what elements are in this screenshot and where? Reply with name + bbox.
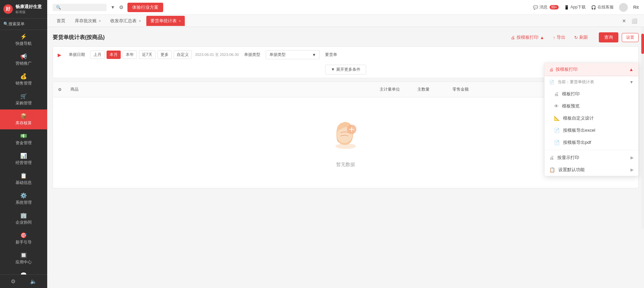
tab-close-receivables[interactable]: × [139, 19, 141, 23]
sidebar: 好 畅康通好生意 标准版 🔍 搜索菜单 ⚡ 快捷导航 📢 营销推广 💰 销售管理… [0, 0, 47, 288]
wechat-icon: 💬 [20, 272, 27, 275]
order-type-select[interactable]: 单据类型 ▼ [266, 50, 320, 59]
logo-icon: 好 [3, 4, 13, 14]
display-print-icon: 🖨 [549, 155, 554, 160]
sidebar-item-apps[interactable]: 🔲 应用中心 [0, 249, 47, 268]
tab-home[interactable]: 首页 [53, 16, 69, 26]
template-design-label: 模板自定义设计 [563, 115, 594, 121]
settings-button[interactable]: 设置 [622, 33, 639, 42]
sidebar-item-system[interactable]: ⚙️ 系统管理 [0, 189, 47, 209]
date-btn-this-month[interactable]: 本月 [107, 51, 121, 59]
date-btn-last-month[interactable]: 上月 [90, 51, 105, 59]
topbar-search[interactable]: 🔍 [53, 4, 107, 11]
date-btn-this-year[interactable]: 本年 [123, 51, 137, 59]
print-dropdown-menu: 🖨 按模板打印 ▲ 📄 当前：要货单统计表 ▼ 🖨 模板打印 👁 模板预览 [544, 63, 639, 176]
default-fn-label: 设置默认功能 [558, 167, 585, 173]
order-group-label: 要货单 [325, 52, 337, 58]
template-print-label: 模板打印 [562, 91, 580, 97]
sidebar-item-label: 营销推广 [16, 61, 32, 66]
phone-icon: 📱 [564, 5, 569, 10]
sidebar-search[interactable]: 🔍 搜索菜单 [0, 19, 47, 30]
messages-button[interactable]: 💬 消息 99+ [533, 4, 559, 10]
logo-text: 畅康通好生意 标准版 [16, 4, 42, 14]
sidebar-item-label: 基础信息 [16, 180, 32, 186]
settings-icon[interactable]: ⚙ [11, 278, 16, 285]
template-preview-icon: 👁 [554, 103, 559, 109]
tabs-right-controls: ✕ ⬜ [621, 17, 639, 25]
expand-more-button[interactable]: ▼ 展开更多条件 [325, 65, 366, 74]
sidebar-item-label: 系统管理 [16, 200, 32, 205]
printer-header-icon: 🖨 [549, 67, 554, 72]
topbar-dropdown-icon[interactable]: ▼ [111, 5, 115, 10]
refresh-button[interactable]: ↻ 刷新 [572, 33, 591, 42]
printer-icon: 🖨 [511, 35, 515, 40]
dropdown-sub-section: 🖨 按显示打印 ▶ 📋 设置默认功能 ▶ [545, 150, 638, 176]
tab-inventory-batch[interactable]: 库存批次账 × [71, 16, 105, 26]
sidebar-item-purchase[interactable]: 🛒 采购管理 [0, 90, 47, 109]
filter-expand-icon[interactable]: ▶ [58, 52, 61, 58]
date-btn-7days[interactable]: 近7天 [139, 51, 155, 59]
app-download-button[interactable]: 📱 App下载 [564, 4, 586, 10]
topbar-gear-icon[interactable]: ⚙ [119, 4, 123, 10]
tab-receivables[interactable]: 收发存汇总表 × [106, 16, 145, 26]
search-label: 搜索菜单 [8, 21, 25, 27]
date-filter-label: 单据日期 [69, 52, 85, 58]
export-icon: ↑ [553, 35, 555, 40]
template-design-item[interactable]: 📐 模板自定义设计 [545, 112, 638, 124]
sidebar-item-quick-nav[interactable]: ⚡ 快捷导航 [0, 30, 47, 50]
current-icon: 📄 [549, 80, 554, 85]
sidebar-item-label: 应用中心 [16, 259, 32, 265]
sidebar-item-finance[interactable]: 💵 资金管理 [0, 129, 47, 149]
finance-icon: 💵 [20, 133, 27, 139]
template-preview-item[interactable]: 👁 模板预览 [545, 100, 638, 112]
sidebar-item-sales[interactable]: 💰 销售管理 [0, 70, 47, 90]
display-print-item[interactable]: 🖨 按显示打印 ▶ [545, 152, 638, 164]
template-excel-item[interactable]: 📄 按模板导出excel [545, 124, 638, 136]
display-print-left: 🖨 按显示打印 [549, 155, 579, 161]
print-button[interactable]: 🖨 按模板打印 ▲ [508, 33, 547, 42]
template-pdf-icon: 📄 [554, 140, 560, 145]
sidebar-item-label: 销售管理 [16, 81, 32, 86]
default-fn-left: 📋 设置默认功能 [549, 167, 585, 173]
window-close-button[interactable]: ✕ [621, 17, 627, 25]
sidebar-item-wechat[interactable]: 💬 企业微信 [0, 268, 47, 275]
tab-close-purchase-order-stats[interactable]: × [179, 19, 181, 23]
online-service-button[interactable]: 🎧 在线客服 [591, 4, 614, 10]
current-template-item[interactable]: 📄 当前：要货单统计表 ▼ [545, 76, 638, 88]
topbar-search-text [63, 5, 64, 10]
user-avatar[interactable] [619, 3, 628, 12]
export-button[interactable]: ↑ 导出 [550, 33, 568, 42]
sidebar-item-basic[interactable]: 📋 基础信息 [0, 169, 47, 189]
topbar: 🔍 ▼ ⚙ 体验行业方案 💬 消息 99+ 📱 App下载 🎧 在线客服 Rit [47, 0, 644, 15]
user-name: Rit [633, 5, 639, 10]
date-btn-custom[interactable]: 自定义 [174, 51, 192, 59]
tab-label: 要货单统计表 [150, 18, 177, 24]
tab-close-inventory-batch[interactable]: × [99, 19, 101, 23]
sidebar-item-operation[interactable]: 📊 经营管理 [0, 149, 47, 169]
sidebar-item-marketing[interactable]: 📢 营销推广 [0, 50, 47, 70]
query-button[interactable]: 查询 [599, 32, 618, 42]
volume-icon[interactable]: 🔈 [30, 278, 37, 285]
sidebar-item-label: 库存核算 [16, 120, 32, 126]
sidebar-item-newbie[interactable]: 🎯 新手引导 [0, 229, 47, 249]
right-scrollbar[interactable] [641, 27, 644, 229]
dropdown-header[interactable]: 🖨 按模板打印 ▲ [545, 63, 638, 76]
date-btn-more[interactable]: 更多 [157, 51, 172, 59]
template-design-icon: 📐 [554, 116, 560, 121]
inventory-icon: 📦 [20, 113, 27, 119]
template-pdf-item[interactable]: 📄 按模板导出pdf [545, 136, 638, 149]
default-fn-item[interactable]: 📋 设置默认功能 ▶ [545, 164, 638, 176]
tab-home-label: 首页 [57, 18, 65, 24]
date-filter-group: 上月 本月 本年 近7天 更多 自定义 2023-06-01 至 2023-06… [90, 51, 239, 59]
purchase-icon: 🛒 [20, 93, 27, 99]
sidebar-item-inventory[interactable]: 📦 库存核算 [0, 109, 47, 129]
window-maximize-button[interactable]: ⬜ [630, 17, 639, 25]
template-print-item[interactable]: 🖨 模板打印 [545, 88, 638, 100]
sidebar-item-enterprise[interactable]: 🏢 企业协同 [0, 209, 47, 229]
dropdown-title-text: 按模板打印 [556, 66, 578, 72]
col-settings[interactable]: ⚙ [53, 85, 66, 94]
template-excel-label: 按模板导出excel [563, 127, 595, 133]
topbar-right: 💬 消息 99+ 📱 App下载 🎧 在线客服 Rit [533, 3, 639, 12]
trial-button[interactable]: 体验行业方案 [127, 3, 163, 12]
tab-purchase-order-stats[interactable]: 要货单统计表 × [146, 16, 185, 26]
